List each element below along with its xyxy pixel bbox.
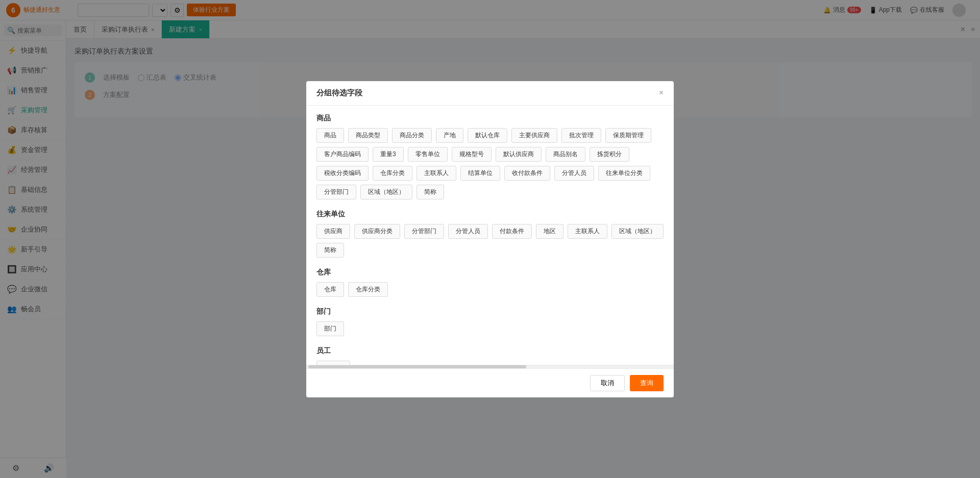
field-tag[interactable]: 规格型号 <box>452 147 492 162</box>
field-tag[interactable]: 主要供应商 <box>511 128 557 143</box>
field-tag[interactable]: 主联系人 <box>568 224 607 239</box>
field-tag[interactable]: 往来单位分类 <box>598 166 650 181</box>
field-tag[interactable]: 结算单位 <box>460 166 500 181</box>
staff-field-tags: 业务员 <box>316 361 664 365</box>
field-tag[interactable]: 区域（地区） <box>360 185 412 199</box>
field-tag[interactable]: 付款条件 <box>492 224 532 239</box>
dept-field-tags: 部门 <box>316 321 664 336</box>
field-tag[interactable]: 默认仓库 <box>468 128 507 143</box>
field-tag[interactable]: 重量3 <box>373 147 404 162</box>
field-tag[interactable]: 主联系人 <box>416 166 456 181</box>
modal-header: 分组待选字段 × <box>306 81 674 106</box>
field-tag[interactable]: 拣货积分 <box>590 147 629 162</box>
modal-title: 分组待选字段 <box>316 88 362 98</box>
field-tag[interactable]: 批次管理 <box>561 128 601 143</box>
section-warehouse-label: 仓库 <box>316 268 664 277</box>
field-tag[interactable]: 产地 <box>436 128 463 143</box>
partner-field-tags: 供应商 供应商分类 分管部门 分管人员 付款条件 地区 主联系人 区域（地区） … <box>316 224 664 258</box>
field-tag[interactable]: 税收分类编码 <box>316 166 369 181</box>
field-tag[interactable]: 简称 <box>416 185 444 199</box>
section-product: 商品 商品 商品类型 商品分类 产地 默认仓库 主要供应商 批次管理 保质期管理… <box>316 114 664 199</box>
field-tag[interactable]: 地区 <box>536 224 564 239</box>
section-staff-label: 员工 <box>316 346 664 356</box>
modal-body: 商品 商品 商品类型 商品分类 产地 默认仓库 主要供应商 批次管理 保质期管理… <box>306 106 674 365</box>
modal-footer: 取消 查询 <box>306 368 674 397</box>
field-tag[interactable]: 商品 <box>316 128 344 143</box>
confirm-button[interactable]: 查询 <box>630 375 664 391</box>
field-tag[interactable]: 收付款条件 <box>504 166 550 181</box>
modal-close-button[interactable]: × <box>659 88 664 97</box>
field-tag[interactable]: 供应商 <box>316 224 350 239</box>
section-dept: 部门 部门 <box>316 307 664 336</box>
field-tag[interactable]: 部门 <box>316 321 344 336</box>
field-tag[interactable]: 仓库 <box>316 282 344 297</box>
section-dept-label: 部门 <box>316 307 664 316</box>
field-tag[interactable]: 仓库分类 <box>348 282 388 297</box>
section-partner-label: 往来单位 <box>316 210 664 219</box>
product-field-tags: 商品 商品类型 商品分类 产地 默认仓库 主要供应商 批次管理 保质期管理 客户… <box>316 128 664 199</box>
field-tag[interactable]: 默认供应商 <box>496 147 542 162</box>
field-tag[interactable]: 区域（地区） <box>611 224 664 239</box>
modal-overlay: 分组待选字段 × 商品 商品 商品类型 商品分类 产地 默认仓库 主要供应商 批… <box>0 0 980 478</box>
field-tag[interactable]: 商品分类 <box>392 128 432 143</box>
field-tag[interactable]: 商品类型 <box>348 128 388 143</box>
field-tag[interactable]: 商品别名 <box>546 147 585 162</box>
field-tag[interactable]: 分管人员 <box>448 224 488 239</box>
warehouse-field-tags: 仓库 仓库分类 <box>316 282 664 297</box>
field-tag[interactable]: 仓库分类 <box>373 166 412 181</box>
section-staff: 员工 业务员 <box>316 346 664 365</box>
modal-horizontal-scrollbar[interactable] <box>306 365 674 368</box>
cancel-button[interactable]: 取消 <box>590 375 625 391</box>
field-tag[interactable]: 业务员 <box>316 361 350 365</box>
modal: 分组待选字段 × 商品 商品 商品类型 商品分类 产地 默认仓库 主要供应商 批… <box>306 81 674 397</box>
section-partner: 往来单位 供应商 供应商分类 分管部门 分管人员 付款条件 地区 主联系人 区域… <box>316 210 664 258</box>
section-warehouse: 仓库 仓库 仓库分类 <box>316 268 664 297</box>
field-tag[interactable]: 保质期管理 <box>605 128 651 143</box>
field-tag[interactable]: 分管部门 <box>316 185 356 199</box>
field-tag[interactable]: 分管人员 <box>554 166 594 181</box>
field-tag[interactable]: 客户商品编码 <box>316 147 369 162</box>
field-tag[interactable]: 零售单位 <box>408 147 448 162</box>
field-tag[interactable]: 简称 <box>316 243 344 258</box>
section-product-label: 商品 <box>316 114 664 123</box>
field-tag[interactable]: 供应商分类 <box>354 224 400 239</box>
field-tag[interactable]: 分管部门 <box>404 224 444 239</box>
